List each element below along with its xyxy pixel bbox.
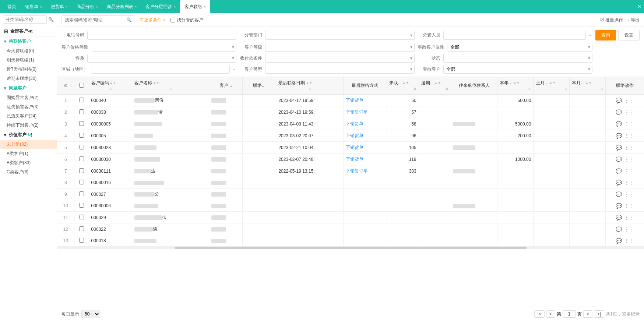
row-checkbox[interactable]	[79, 145, 84, 149]
more-icon[interactable]: ⋮⋮	[624, 121, 634, 127]
sidebar-search-icon[interactable]: 🔍	[48, 17, 54, 22]
contact-icon[interactable]: 💬	[616, 180, 622, 186]
row-checkbox[interactable]	[79, 121, 84, 126]
more-icon[interactable]: ⋮⋮	[624, 191, 634, 197]
th-this-year[interactable]: 本年...▲▼	[497, 77, 534, 95]
last-way-link[interactable]: 下销售订单	[346, 168, 368, 173]
contact-icon[interactable]: 💬	[616, 145, 622, 151]
phone-input[interactable]	[87, 31, 236, 40]
prev-page-btn[interactable]: <	[546, 310, 555, 318]
sidebar-item-declining[interactable]: 持续下滑客户(2)	[0, 121, 57, 130]
tab-product-analysis-close[interactable]: ×	[96, 5, 98, 9]
more-icon[interactable]: ⋮⋮	[624, 168, 634, 174]
contact-icon[interactable]: 💬	[616, 168, 622, 174]
th-overdue[interactable]: 逾期...▲▼	[419, 77, 451, 95]
region-dots-btn[interactable]: ···	[230, 67, 236, 72]
row-check[interactable]	[74, 212, 89, 223]
sidebar-item-7days-pending[interactable]: 近7天待联络(0)	[0, 65, 57, 74]
more-icon[interactable]: ⋮⋮	[624, 109, 634, 115]
row-check[interactable]	[74, 177, 89, 188]
row-check[interactable]	[74, 142, 89, 154]
contact-icon[interactable]: 💬	[616, 109, 622, 115]
last-way-link[interactable]: 下销货单	[346, 133, 363, 138]
next-page-btn[interactable]: >	[583, 310, 592, 318]
payment-select[interactable]	[265, 54, 414, 63]
contact-icon[interactable]: 💬	[616, 203, 622, 209]
window-close-btn[interactable]: ×	[638, 3, 641, 10]
tab-sales-close[interactable]: ×	[40, 5, 42, 9]
person-dots-btn[interactable]: ···	[586, 33, 592, 38]
th-un[interactable]: 未联...▲▼	[387, 77, 419, 95]
row-checkbox[interactable]	[79, 226, 84, 231]
more-icon[interactable]: ⋮⋮	[624, 133, 634, 139]
more-conditions-btn[interactable]: ▽ 更多条件 ∧	[140, 17, 166, 23]
retail-attr-select[interactable]: 全部	[447, 43, 592, 52]
reset-btn[interactable]: 设置	[618, 30, 640, 40]
sidebar-all-customers[interactable]: ⊞ 全部客户 ≪	[0, 26, 57, 36]
row-check[interactable]	[74, 118, 89, 130]
nav-tab-customer-contact[interactable]: 客户联络 ×	[180, 0, 210, 13]
retail-customer-select[interactable]: 全部	[443, 65, 592, 74]
sidebar-item-overdue-pending[interactable]: 逾期未联络(30)	[0, 74, 57, 83]
row-checkbox[interactable]	[79, 133, 84, 138]
th-code[interactable]: 客户编码▲▼	[89, 77, 132, 95]
last-way-link[interactable]: 下销货单	[346, 145, 363, 150]
row-check[interactable]	[74, 200, 89, 212]
sidebar-problem-header[interactable]: ▼ 问题客户	[0, 83, 57, 93]
sidebar-item-ungroup[interactable]: 未分组(32)	[0, 140, 57, 149]
row-checkbox[interactable]	[79, 238, 84, 243]
sidebar-item-a-class[interactable]: A类客户(1)	[0, 149, 57, 158]
more-icon[interactable]: ⋮⋮	[624, 238, 634, 244]
sidebar-pending-header[interactable]: ▼ 待联络客户	[0, 36, 57, 46]
row-check[interactable]	[74, 154, 89, 165]
last-page-btn[interactable]: >|	[594, 310, 604, 318]
nav-tab-product-analysis[interactable]: 商品分析 ×	[72, 0, 102, 13]
more-icon[interactable]: ⋮⋮	[624, 203, 634, 209]
nav-tab-purchase[interactable]: 进货单 ×	[46, 0, 72, 13]
contact-icon[interactable]: 💬	[616, 121, 622, 127]
region-input[interactable]	[91, 65, 230, 74]
first-page-btn[interactable]: |<	[534, 310, 545, 318]
row-checkbox[interactable]	[79, 168, 84, 173]
export-btn[interactable]: ↓ 导出	[627, 17, 640, 23]
contact-icon[interactable]: 💬	[616, 215, 622, 221]
sidebar-item-abnormal[interactable]: 囤购异常客户(2)	[0, 93, 57, 102]
last-way-link[interactable]: 下销售订单	[346, 109, 368, 114]
row-checkbox[interactable]	[79, 191, 84, 196]
more-icon[interactable]: ⋮⋮	[624, 156, 634, 162]
sidebar-score-header[interactable]: ▼ 价值客户 ↻ !	[0, 130, 57, 140]
per-page-select[interactable]: 50 100	[81, 310, 100, 318]
sidebar-item-b-class[interactable]: B类客户(33)	[0, 158, 57, 167]
more-icon[interactable]: ⋮⋮	[624, 215, 634, 221]
th-last-date[interactable]: 最后联络日期▲▼	[276, 77, 344, 95]
nav-tab-product-list[interactable]: 商品分析列表 ×	[102, 0, 141, 13]
more-icon[interactable]: ⋮⋮	[624, 98, 634, 103]
more-icon[interactable]: ⋮⋮	[624, 145, 634, 151]
sidebar-item-today-pending[interactable]: 今天待联络(0)	[0, 46, 57, 56]
sidebar-item-churn-warning[interactable]: 流失预警客户(3)	[0, 102, 57, 112]
last-way-link[interactable]: 下销货单	[346, 156, 363, 162]
customer-type-select[interactable]	[265, 65, 414, 74]
th-check[interactable]	[74, 77, 89, 95]
refresh-icon[interactable]: ↻	[28, 133, 31, 137]
nature-select[interactable]	[87, 54, 236, 63]
filter-search-input[interactable]	[65, 17, 125, 22]
th-name[interactable]: 客户名称▲▼	[132, 77, 209, 95]
nav-tab-customer-tier[interactable]: 客户分层经营 ×	[141, 0, 180, 13]
contact-icon[interactable]: 💬	[616, 133, 622, 139]
row-checkbox[interactable]	[79, 156, 84, 161]
person-input[interactable]	[443, 31, 586, 40]
tab-product-list-close[interactable]: ×	[135, 5, 137, 9]
page-input[interactable]	[563, 310, 576, 318]
tab-customer-tier-close[interactable]: ×	[173, 5, 176, 9]
tab-customer-contact-close[interactable]: ×	[204, 5, 206, 9]
tab-purchase-close[interactable]: ×	[66, 5, 68, 9]
sidebar-collapse-btn[interactable]: ≪	[28, 29, 33, 34]
row-checkbox[interactable]	[79, 98, 84, 102]
filter-search-icon[interactable]: 🔍	[126, 17, 132, 22]
sidebar-item-tomorrow-pending[interactable]: 明天待联络(1)	[0, 56, 57, 65]
th-this-month[interactable]: 本月...▲▼	[570, 77, 606, 95]
sidebar-search-input[interactable]	[3, 15, 47, 24]
dept-select[interactable]	[265, 31, 414, 40]
batch-op-btn[interactable]: ☑ 批量操作	[600, 17, 623, 23]
